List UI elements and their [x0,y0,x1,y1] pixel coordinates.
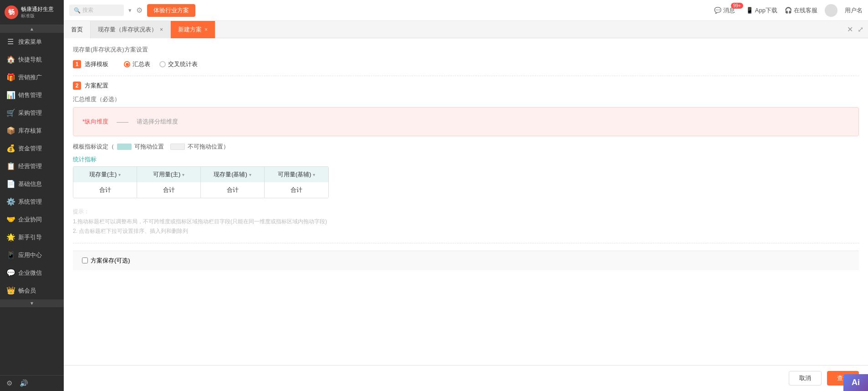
sidebar-item-system[interactable]: ⚙️ 系统管理 [0,193,64,211]
member-icon: 👑 [6,286,15,295]
dimension-required: *纵向维度 [82,118,108,126]
tips-section: 提示： 1.拖动标题栏可以调整布局，不可跨维度或指标区域拖动栏目字段(只能在同一… [73,207,859,237]
basic-info-icon: 📄 [6,180,15,188]
radio-cross[interactable]: 交叉统计表 [159,60,198,68]
table-indicators-header: 现存量(主) ▾ 可用量(主) ▾ 现存量(基辅) ▾ [73,167,328,182]
tab-inventory-close[interactable]: × [160,26,163,33]
sidebar-item-company[interactable]: 🤝 企业协同 [0,211,64,228]
sidebar-scroll-up[interactable]: ▲ [0,25,64,33]
app-download-button[interactable]: 📱 App下载 [746,6,777,15]
header-current-main[interactable]: 现存量(主) ▾ [73,167,137,182]
wechat-icon: 💬 [6,268,15,277]
main-area: 🔍 搜索 ▾ ⚙ 体验行业方案 💬 消息 99+ 📱 App下载 🎧 在线客服 … [64,0,868,391]
sales-icon: 📊 [6,91,15,99]
sidebar-item-member[interactable]: 👑 畅会员 [0,282,64,299]
topbar-settings-icon[interactable]: ⚙ [136,6,143,15]
save-option: 方案保存(可选) [73,251,859,270]
step2-section: 2 方案配置 汇总维度（必选） *纵向维度 —— 请选择分组维度 模板指标设定（ [73,82,859,237]
management-icon: 📋 [6,162,15,170]
tip-item-1: 1.拖动标题栏可以调整布局，不可跨维度或指标区域拖动栏目字段(只能在同一维度或指… [73,217,859,227]
username-label[interactable]: 用户名 [845,6,863,15]
radio-dot-cross [159,61,166,67]
sidebar-item-basic-info[interactable]: 📄 基础信息 [0,175,64,193]
download-icon: 📱 [746,7,753,14]
step1-title: 选择模板 [85,60,108,68]
table-indicators-body: 合计 合计 合计 合计 [73,182,328,198]
trial-button[interactable]: 体验行业方案 [147,4,195,17]
step1-header: 1 选择模板 汇总表 交叉统计表 [73,60,859,68]
topbar-right: 💬 消息 99+ 📱 App下载 🎧 在线客服 用户名 [714,4,863,17]
sidebar-item-sales[interactable]: 📊 销售管理 [0,86,64,104]
messages-button[interactable]: 💬 消息 99+ [714,6,739,15]
step1-section: 1 选择模板 汇总表 交叉统计表 [73,60,859,68]
online-service-button[interactable]: 🎧 在线客服 [785,6,817,15]
user-avatar[interactable] [825,4,837,17]
sidebar-item-inventory[interactable]: 📦 库存核算 [0,122,64,139]
topbar-dropdown-icon[interactable]: ▾ [128,7,132,14]
sidebar-item-wechat[interactable]: 💬 企业微信 [0,264,64,282]
radio-summary[interactable]: 汇总表 [124,60,150,68]
footer-bar: 取消 查询 [64,365,868,391]
tab-close-icon[interactable]: ✕ [847,25,853,34]
indicators-section: 模板指标设定（ 可拖动位置 不可拖动位置） 统计指标 现存量(主) [73,143,859,200]
sidebar-settings-icon[interactable]: ⚙ [6,379,12,387]
cancel-button[interactable]: 取消 [789,371,822,386]
step1-options: 汇总表 交叉统计表 [124,60,198,68]
tab-home[interactable]: 首页 [64,21,91,38]
tab-inventory-status[interactable]: 现存量（库存状况表） × [91,21,171,38]
sidebar-bottom: ⚙ 🔊 [0,375,64,391]
sidebar-item-management[interactable]: 📋 经营管理 [0,157,64,175]
company-icon: 🤝 [6,215,15,224]
sidebar-item-purchase[interactable]: 🛒 采购管理 [0,104,64,122]
sidebar: 畅 畅康通好生意 标准版 ▲ ☰ 搜索菜单 🏠 快捷导航 🎁 营销推广 📊 销售… [0,0,64,391]
header-current-aux-caret[interactable]: ▾ [249,172,251,177]
header-current-aux[interactable]: 现存量(基辅) ▾ [201,167,265,182]
sidebar-item-quick-nav[interactable]: 🏠 快捷导航 [0,51,64,68]
app-logo: 畅 畅康通好生意 标准版 [0,0,64,25]
dimension-area[interactable]: *纵向维度 —— 请选择分组维度 [73,107,859,136]
header-current-main-caret[interactable]: ▾ [118,172,121,177]
sidebar-scroll-down[interactable]: ▼ [0,299,64,307]
step2-num: 2 [73,82,81,90]
header-available-main[interactable]: 可用量(主) ▾ [137,167,201,182]
ai-float-button[interactable]: Ai [843,374,868,391]
purchase-icon: 🛒 [6,108,15,117]
body-subtotal-2: 合计 [137,182,201,198]
header-available-aux-caret[interactable]: ▾ [313,172,315,177]
step2-title: 方案配置 [85,82,108,90]
system-icon: ⚙️ [6,197,15,206]
tabbar: 首页 现存量（库存状况表） × 新建方案 × ✕ ⤢ [64,21,868,38]
sidebar-audio-icon[interactable]: 🔊 [20,379,28,387]
radio-dot-summary [124,61,130,67]
panel-title: 现存量(库存状况表)方案设置 [73,46,859,54]
topbar: 🔍 搜索 ▾ ⚙ 体验行业方案 💬 消息 99+ 📱 App下载 🎧 在线客服 … [64,0,868,21]
inventory-icon: 📦 [6,126,15,135]
message-icon: 💬 [714,7,721,14]
dimension-label: 汇总维度（必选） [73,95,859,103]
messages-badge: 99+ [731,3,743,9]
sidebar-item-finance[interactable]: 💰 资金管理 [0,139,64,157]
step2-header: 2 方案配置 [73,82,859,90]
tab-expand-icon[interactable]: ⤢ [858,25,863,34]
panel: 现存量(库存状况表)方案设置 1 选择模板 汇总表 交叉统计表 [64,38,868,365]
sidebar-item-search-menu[interactable]: ☰ 搜索菜单 [0,33,64,51]
sidebar-item-marketing[interactable]: 🎁 营销推广 [0,68,64,86]
tip-item-2: 2. 点击标题栏下拉可设置排序、插入列和删除列 [73,226,859,237]
sidebar-item-app-center[interactable]: 📱 应用中心 [0,246,64,264]
save-checkbox[interactable] [82,257,88,263]
header-available-main-caret[interactable]: ▾ [182,172,184,177]
guide-icon: 🌟 [6,233,15,242]
tab-new-plan-close[interactable]: × [204,26,208,33]
search-icon: 🔍 [74,7,81,14]
body-subtotal-3: 合计 [201,182,265,198]
tips-title: 提示： [73,208,89,215]
header-available-aux[interactable]: 可用量(基辅) ▾ [265,167,328,182]
topbar-search-box[interactable]: 🔍 搜索 [69,5,124,16]
sidebar-item-guide[interactable]: 🌟 新手引导 [0,228,64,246]
marketing-icon: 🎁 [6,73,15,82]
table-indicators: 现存量(主) ▾ 可用量(主) ▾ 现存量(基辅) ▾ [73,166,329,198]
tab-new-plan[interactable]: 新建方案 × [171,21,215,38]
search-menu-icon: ☰ [6,37,15,46]
tab-actions: ✕ ⤢ [847,25,868,34]
dimension-dash: —— [117,118,128,125]
